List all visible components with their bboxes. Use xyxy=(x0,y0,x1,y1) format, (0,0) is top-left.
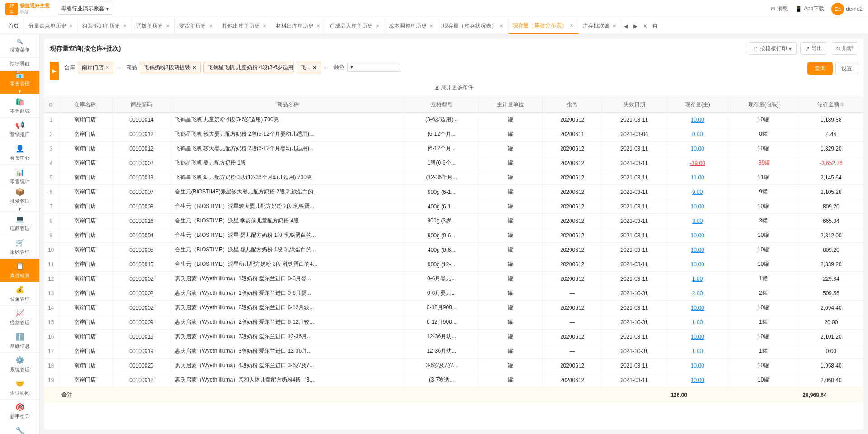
export-btn[interactable]: ↗ 导出 xyxy=(800,42,827,55)
sidebar-item-finance[interactable]: 💰 资金管理 xyxy=(0,282,39,306)
store-selector[interactable]: 母婴行业演示账套 ▾ xyxy=(57,3,113,15)
row-stock-main: 1.00 xyxy=(667,315,728,330)
th-stock-pkg: 现存量(包装) xyxy=(728,97,799,113)
sidebar-item-system[interactable]: ⚙️ 系统管理 xyxy=(0,353,39,376)
tab-close[interactable]: ✕ xyxy=(69,24,73,28)
setting-btn[interactable]: 设置 xyxy=(835,62,858,75)
row-stock-main: 1.00 xyxy=(667,344,728,359)
sidebar-item-ecommerce[interactable]: 💻 电商管理 xyxy=(0,212,39,235)
tab-close-all-btn[interactable]: ✕ xyxy=(640,23,650,29)
th-batch: 批号 xyxy=(543,97,602,113)
sidebar-item-retail[interactable]: 🏪 零售管理 ▼ xyxy=(0,71,39,94)
row-warehouse: 南岸门店 xyxy=(58,257,112,272)
row-stock-pkg: -39罐 xyxy=(728,156,799,170)
sidebar-item-mall[interactable]: 🛍️ 零售商城 xyxy=(0,94,39,118)
tab-home[interactable]: 首页 xyxy=(4,18,24,34)
row-num: 14 xyxy=(44,301,58,315)
tab-close[interactable]: ✕ xyxy=(166,24,170,28)
query-btn[interactable]: 查询 xyxy=(807,62,833,75)
print-btn[interactable]: 🖨 按模板打印 ▾ xyxy=(748,42,797,55)
tab-close[interactable]: ✕ xyxy=(316,24,320,28)
row-expire: 2021-03-11 xyxy=(602,301,667,315)
row-code: 00100002 xyxy=(112,286,171,301)
sidebar-search[interactable]: 🔍 搜索菜单 xyxy=(0,34,39,58)
sidebar-item-inventory[interactable]: 📋 库存核算 xyxy=(0,259,39,282)
sidebar-item-basic[interactable]: ℹ️ 基础信息 xyxy=(0,329,39,353)
row-batch: 20200612 xyxy=(543,214,602,228)
total-balance: 26,968.64 xyxy=(799,387,863,403)
warehouse-more[interactable]: ··· xyxy=(116,65,121,71)
row-code: 00100020 xyxy=(112,359,171,373)
tab-材料出库[interactable]: 材料出库单历史 ✕ xyxy=(271,18,325,34)
row-code: 00100019 xyxy=(112,344,171,359)
row-expire: 2021-03-11 xyxy=(602,228,667,243)
tab-close[interactable]: ✕ xyxy=(123,24,127,28)
sidebar-item-guide[interactable]: 🎯 新手引导 xyxy=(0,400,39,423)
row-name: 合生元（BIOSTIME）派星幼儿配方奶粉 3段 乳铁蛋白的4... xyxy=(171,257,405,272)
tab-库存分布[interactable]: 现存量（库存分布表）✕ xyxy=(508,18,578,34)
row-stock-pkg: 10罐 xyxy=(728,359,799,373)
sidebar-item-purchase[interactable]: 🛒 采购管理 xyxy=(0,235,39,259)
sidebar-item-appstore[interactable]: 🔧 应用中心 xyxy=(0,423,39,434)
row-balance: 4.44 xyxy=(799,127,863,142)
sidebar-quick-nav[interactable]: 快捷导航 xyxy=(0,58,39,71)
sidebar-item-label: 基础信息 xyxy=(10,343,30,349)
row-num: 5 xyxy=(44,170,58,185)
tab-要货单[interactable]: 要货单历史 ✕ xyxy=(175,18,217,34)
row-name: 惠氏启蒙（Wyeth illuma）1段奶粉 爱尔兰进口 0-6月婴... xyxy=(171,272,405,286)
sidebar-item-member[interactable]: 👤 会员中心 xyxy=(0,141,39,165)
row-stock-pkg: 10罐 xyxy=(728,330,799,344)
sidebar-item-marketing[interactable]: 📢 营销推广 xyxy=(0,118,39,141)
tab-库存状况[interactable]: 现存量（库存状况表）✕ xyxy=(438,18,508,34)
tab-close[interactable]: ✕ xyxy=(613,24,616,28)
row-stock-pkg: 9罐 xyxy=(728,185,799,199)
row-balance: 0.00 xyxy=(799,344,863,359)
tab-批次账[interactable]: 库存批次账 ✕ xyxy=(578,18,621,34)
stat-icon: 📊 xyxy=(15,168,24,176)
tab-close[interactable]: ✕ xyxy=(209,24,212,28)
tab-close[interactable]: ✕ xyxy=(500,24,503,28)
settings-icon[interactable]: ⚙ xyxy=(48,102,53,108)
row-num: 12 xyxy=(44,272,58,286)
row-batch: 20200612 xyxy=(543,170,602,185)
row-unit: 罐 xyxy=(478,315,542,330)
tab-成本调整[interactable]: 成本调整单历史 ✕ xyxy=(384,18,438,34)
tab-组装拆卸[interactable]: 组装拆卸单历史 ✕ xyxy=(78,18,132,34)
product-name-2: 飞鹤星飞帆 儿童奶粉 4段(3-6岁适用) 700克 xyxy=(208,64,294,71)
tab-close[interactable]: ✕ xyxy=(263,24,266,28)
tab-next-btn[interactable]: ▶ xyxy=(631,23,640,29)
tab-产成品[interactable]: 产成品入库单历史 ✕ xyxy=(325,18,384,34)
tab-menu-btn[interactable]: ⊟ xyxy=(650,23,660,29)
row-stock-pkg: 1罐 xyxy=(728,272,799,286)
tab-close[interactable]: ✕ xyxy=(570,23,573,28)
export-icon: ↗ xyxy=(805,46,810,52)
product-more[interactable]: ··· xyxy=(324,65,328,71)
product-remove-1[interactable]: ✕ xyxy=(192,65,197,71)
messages-btn[interactable]: ✉ 消息 xyxy=(771,5,788,13)
sidebar-item-retail-stat[interactable]: 📊 零售统计 xyxy=(0,165,39,188)
row-batch: 20200612 xyxy=(543,243,602,257)
expand-btn[interactable]: ⊻ 展开更多条件 xyxy=(50,82,858,93)
filter-toggle-btn[interactable]: ▶ xyxy=(50,62,59,80)
product-remove-3[interactable]: ✕ xyxy=(312,65,317,71)
tab-分量盘点[interactable]: 分量盘点单历史 ✕ xyxy=(24,18,78,34)
sidebar-item-operation[interactable]: 📈 经营管理 xyxy=(0,306,39,329)
tab-其他出库[interactable]: 其他出库单历史 ✕ xyxy=(217,18,271,34)
row-code: 00100012 xyxy=(112,142,171,156)
tab-close[interactable]: ✕ xyxy=(376,24,379,28)
row-unit: 罐 xyxy=(478,127,542,142)
refresh-btn[interactable]: ↻ 刷新 xyxy=(831,42,858,55)
sidebar-item-wholesale[interactable]: 📦 批发管理 ▼ xyxy=(0,188,39,212)
sidebar-item-collab[interactable]: 🤝 企业协同 xyxy=(0,376,39,400)
table-container[interactable]: ⚙ 仓库名称 商品编码 商品名称 规格型号 主计量单位 批号 失效日期 现存量(… xyxy=(44,97,863,429)
row-stock-pkg: 10罐 xyxy=(728,142,799,156)
row-expire: 2021-03-11 xyxy=(602,156,667,170)
app-download-btn[interactable]: 📱 App下载 xyxy=(795,5,824,13)
th-settings[interactable]: ⚙ xyxy=(44,97,58,113)
tab-close[interactable]: ✕ xyxy=(429,24,433,28)
warehouse-remove-btn[interactable]: ✕ xyxy=(105,65,109,71)
tab-prev-btn[interactable]: ◀ xyxy=(621,23,631,29)
tab-调拨单[interactable]: 调拨单历史 ✕ xyxy=(132,18,175,34)
user-area[interactable]: Ea demo2 xyxy=(831,3,863,15)
color-input[interactable]: ▾ xyxy=(347,62,401,72)
